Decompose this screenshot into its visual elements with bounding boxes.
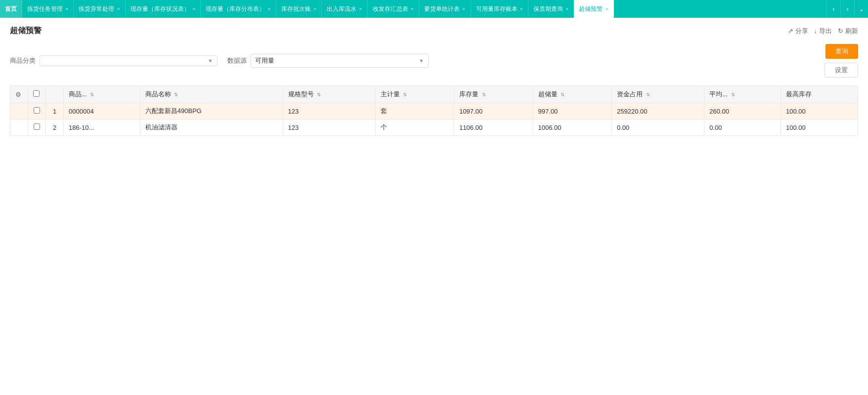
th-gear[interactable] [10, 86, 28, 103]
nav-next-btn[interactable]: › [840, 0, 854, 18]
sort-unit-icon: ⇅ [403, 92, 407, 97]
th-avg[interactable]: 平均... ⇅ [704, 86, 781, 103]
nav-close-9[interactable]: × [565, 6, 568, 12]
sort-capital-icon: ⇅ [646, 92, 650, 97]
nav-close-3[interactable]: × [267, 6, 270, 12]
refresh-icon: ↻ [838, 27, 843, 35]
sort-product-code-icon: ⇅ [90, 92, 94, 97]
page-content: 超储预警 ⇗ 分享 ↓ 导出 ↻ 刷新 商品分类 ▼ 数据源 [0, 18, 868, 395]
th-unit[interactable]: 主计量 ⇅ [375, 86, 454, 103]
table-row: 2 186-10... 机油滤清器 123 个 1106.00 1006.00 … [10, 119, 858, 136]
export-button[interactable]: ↓ 导出 [814, 27, 832, 36]
product-category-label: 商品分类 [10, 56, 36, 65]
row-max-stock: 100.00 [781, 103, 858, 119]
row-stock: 1106.00 [454, 119, 533, 136]
th-spec[interactable]: 规格型号 ⇅ [283, 86, 375, 103]
row-product-code: 186-10... [64, 119, 140, 136]
nav-tab-7[interactable]: 要货单统计表 × [419, 0, 471, 18]
row-capital: 259220.00 [612, 103, 704, 119]
row-avg: 260.00 [704, 103, 781, 119]
query-button[interactable]: 查询 [825, 44, 858, 59]
row-unit: 套 [375, 103, 454, 119]
th-max-stock[interactable]: 最高库存 [781, 86, 858, 103]
nav-tab-2[interactable]: 现存量（库存状况表） × [126, 0, 201, 18]
table-header-row: 商品... ⇅ 商品名称 ⇅ 规格型号 ⇅ 主计量 ⇅ 库存量 ⇅ [10, 86, 858, 103]
nav-tab-1[interactable]: 拣货异常处理 × [74, 0, 125, 18]
settings-button[interactable]: 设置 [825, 63, 858, 78]
share-button[interactable]: ⇗ 分享 [788, 27, 808, 36]
nav-tab-0[interactable]: 拣货任务管理 × [22, 0, 74, 18]
sort-spec-icon: ⇅ [317, 92, 321, 97]
row-checkbox-cell[interactable] [28, 119, 46, 136]
row-checkbox-cell[interactable] [28, 103, 46, 119]
row-stock: 1097.00 [454, 103, 533, 119]
nav-close-1[interactable]: × [117, 6, 120, 12]
refresh-button[interactable]: ↻ 刷新 [838, 27, 858, 36]
nav-arrows: ‹ › ⌄ [826, 0, 868, 18]
data-source-select[interactable]: 可用量 ▼ [251, 54, 429, 68]
nav-tab-8[interactable]: 可用量库存账本 × [471, 0, 528, 18]
nav-prev-btn[interactable]: ‹ [826, 0, 840, 18]
row-spec: 123 [283, 103, 375, 119]
page-title: 超储预警 [10, 26, 42, 36]
row-checkbox-0[interactable] [34, 107, 40, 114]
nav-tab-6[interactable]: 收发存汇总表 × [368, 0, 419, 18]
header-actions: ⇗ 分享 ↓ 导出 ↻ 刷新 [788, 27, 859, 36]
row-checkbox-1[interactable] [34, 123, 40, 130]
nav-close-10[interactable]: × [605, 6, 608, 12]
nav-tab-4[interactable]: 库存批次账 × [276, 0, 322, 18]
th-checkbox[interactable] [28, 86, 46, 103]
th-product-name[interactable]: 商品名称 ⇅ [140, 86, 283, 103]
product-category-arrow-icon: ▼ [208, 58, 213, 64]
nav-tab-9[interactable]: 保质期查询 × [528, 0, 574, 18]
select-all-checkbox[interactable] [33, 90, 40, 97]
table-row: 1 0000004 六配套新昌490BPG 123 套 1097.00 997.… [10, 103, 858, 119]
nav-close-8[interactable]: × [520, 6, 523, 12]
nav-menu-btn[interactable]: ⌄ [854, 0, 868, 18]
top-nav: 首页 拣货任务管理 × 拣货异常处理 × 现存量（库存状况表） × 现存量（库存… [0, 0, 868, 18]
row-product-name: 机油滤清器 [140, 119, 283, 136]
nav-tab-5[interactable]: 出入库流水 × [322, 0, 367, 18]
nav-close-0[interactable]: × [65, 6, 68, 12]
sort-overstock-icon: ⇅ [561, 92, 564, 97]
th-capital[interactable]: 资金占用 ⇅ [612, 86, 704, 103]
data-source-group: 数据源 可用量 ▼ [227, 54, 429, 68]
row-gear-cell [10, 119, 28, 136]
filter-actions: 查询 设置 [825, 44, 858, 78]
export-icon: ↓ [814, 27, 818, 35]
nav-close-4[interactable]: × [313, 6, 316, 12]
nav-close-6[interactable]: × [411, 6, 414, 12]
row-index: 2 [46, 119, 64, 136]
nav-close-7[interactable]: × [462, 6, 465, 12]
sort-product-name-icon: ⇅ [174, 92, 178, 97]
filter-row: 商品分类 ▼ 数据源 可用量 ▼ 查询 设置 [10, 44, 858, 78]
nav-home[interactable]: 首页 [0, 0, 22, 18]
row-unit: 个 [375, 119, 454, 136]
row-gear-cell [10, 103, 28, 119]
row-max-stock: 100.00 [781, 119, 858, 136]
nav-close-5[interactable]: × [359, 6, 362, 12]
page-header: 超储预警 ⇗ 分享 ↓ 导出 ↻ 刷新 [10, 26, 858, 36]
row-overstock: 997.00 [533, 103, 611, 119]
product-category-group: 商品分类 ▼ [10, 55, 217, 66]
data-source-value: 可用量 [255, 56, 274, 65]
nav-tab-3[interactable]: 现存量（库存分布表） × [201, 0, 276, 18]
data-table: 商品... ⇅ 商品名称 ⇅ 规格型号 ⇅ 主计量 ⇅ 库存量 ⇅ [10, 85, 858, 136]
th-stock[interactable]: 库存量 ⇅ [454, 86, 533, 103]
sort-stock-icon: ⇅ [482, 92, 486, 97]
row-capital: 0.00 [612, 119, 704, 136]
row-spec: 123 [283, 119, 375, 136]
row-product-name: 六配套新昌490BPG [140, 103, 283, 119]
nav-close-2[interactable]: × [192, 6, 195, 12]
product-category-select[interactable]: ▼ [40, 55, 217, 66]
nav-tab-10[interactable]: 超储预警 × [574, 0, 613, 18]
data-source-arrow-icon: ▼ [419, 58, 424, 64]
th-overstock[interactable]: 超储量 ⇅ [533, 86, 611, 103]
row-avg: 0.00 [704, 119, 781, 136]
th-index [46, 86, 64, 103]
th-product-code[interactable]: 商品... ⇅ [64, 86, 140, 103]
row-product-code: 0000004 [64, 103, 140, 119]
sort-avg-icon: ⇅ [731, 92, 735, 97]
share-icon: ⇗ [788, 27, 793, 35]
row-overstock: 1006.00 [533, 119, 611, 136]
